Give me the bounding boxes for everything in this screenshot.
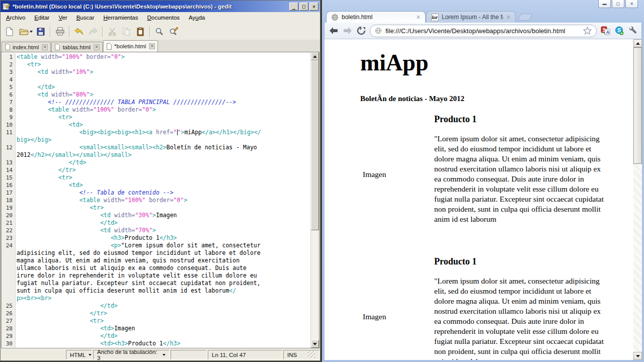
code-rows[interactable]: 1<table width="100%" border="0">2 <tr>3 … [2,52,310,348]
code-line[interactable]: 18 <table width="100%" border="0"> [2,197,310,204]
reload-button[interactable] [357,26,366,35]
tab-width-dropdown[interactable]: Ancho de la tabulación: 3 [93,350,170,359]
menu-ayuda[interactable]: Ayuda [184,13,209,22]
code-line[interactable]: 19 <tr> [2,204,310,212]
page-scrollbar[interactable] [633,39,642,360]
scroll-down-icon[interactable] [311,340,319,348]
code-line[interactable]: 13 </td> [2,159,310,166]
code-line[interactable]: 30 <td><h3>Producto 1</h3> [2,340,310,347]
menu-archivo[interactable]: Archivo [2,13,30,22]
code-line[interactable]: irure dolor in reprehenderit in voluptat… [2,272,310,280]
code-line[interactable]: 28 <td>Imagen [2,325,310,332]
code-line[interactable]: 27 <tr> [2,317,310,325]
redo-button[interactable] [87,25,100,38]
code-line[interactable]: 8 <table width="100%" border="0"> [2,106,310,114]
code-line[interactable]: 24 <p>"Lorem ipsum dolor sit amet, conse… [2,242,310,249]
menu-editar[interactable]: Editar [30,13,54,22]
paste-button[interactable] [134,25,147,38]
new-document-button[interactable] [3,25,16,38]
doc-tab-tablas[interactable]: tablas.html ✕ [51,42,103,52]
gedit-maximize-button[interactable]: □ [299,3,308,11]
code-line[interactable]: 17 <!-- Tabla de contenido --> [2,189,310,197]
code-line[interactable]: 2 <tr> [2,61,310,68]
doc-tab-index[interactable]: index.html ✕ [2,42,51,52]
code-line[interactable]: 4 [2,76,310,83]
code-line[interactable]: 1<table width="100%" border="0"> [2,53,310,61]
code-line[interactable]: 29 </td> [2,332,310,340]
code-line[interactable]: p><br><br> [2,295,310,302]
browser-tab-lorem-ipsum[interactable]: lor Lorem Ipsum - All the facts - Li ✕ [426,11,516,23]
code-line[interactable]: 3 <td width="10%"> [2,68,310,76]
code-line[interactable]: 21 </td> [2,219,310,227]
wrench-menu-icon[interactable] [628,26,637,35]
language-mode-dropdown[interactable]: HTML [66,350,92,359]
code-line[interactable]: 2012</h2></small></small></small> [2,151,310,159]
code-line[interactable]: 14 </tr> [2,166,310,174]
code-line[interactable]: 23 <h3>Producto 1</h3> [2,234,310,242]
find-replace-button[interactable] [167,25,180,38]
rendered-page[interactable]: miApp BoletÃn de noticias - Mayo 2012 Im… [325,39,633,360]
translate-extension-icon[interactable]: 文A [601,26,610,35]
gedit-editor[interactable]: 1<table width="100%" border="0">2 <tr>3 … [1,52,319,348]
code-line[interactable]: 26 </tr> [2,310,310,317]
open-button[interactable] [17,25,30,38]
menu-documentos[interactable]: Documentos [143,13,185,22]
menu-herramientas[interactable]: Herramientas [99,13,142,22]
menu-ver[interactable]: Ver [54,13,71,22]
code-line[interactable]: fugiat nulla pariatur. Excepteur sint oc… [2,280,310,287]
address-bar[interactable]: file:///C:/Users/Vicente/Desktop/webapps… [370,25,597,37]
skype-extension-icon[interactable]: S+ [614,26,624,35]
code-line[interactable]: 9 <tr> [2,114,310,121]
code-line[interactable]: big></big> [2,136,310,144]
chrome-close-button[interactable]: ✕ [625,0,638,8]
cut-button[interactable] [106,25,119,38]
undo-button[interactable] [72,25,86,38]
print-button[interactable] [53,25,66,38]
gedit-minimize-button[interactable]: _ [289,3,298,11]
code-line[interactable]: 15 <tr> [2,174,310,182]
code-line[interactable]: 22 <td width="70%"> [2,227,310,234]
copy-button[interactable] [120,25,133,38]
code-line[interactable]: 7 <!-- ////////////// TABLA PRINCIPAL //… [2,99,310,106]
scrollbar-thumb[interactable] [633,47,642,164]
code-line[interactable]: 20 <td width="30%">Imagen [2,212,310,219]
code-line[interactable]: 25 </td> [2,302,310,310]
tab-close-icon[interactable]: ✕ [94,44,100,50]
open-dropdown-icon[interactable] [30,31,33,33]
scroll-up-icon[interactable] [633,39,642,47]
bookmark-star-icon[interactable] [583,27,592,35]
doc-tab-boletin[interactable]: *boletin.html ✕ [103,40,158,52]
tab-close-icon[interactable]: ✕ [149,43,155,49]
find-button[interactable] [153,25,166,38]
save-button[interactable] [34,25,47,38]
scroll-down-icon[interactable] [633,352,642,360]
chrome-minimize-button[interactable]: ▬ [598,0,611,8]
menu-buscar[interactable]: Buscar [72,13,99,22]
url-text[interactable]: file:///C:/Users/Vicente/Desktop/webapps… [385,27,580,35]
chrome-titlebar[interactable]: ▬ ▢ ✕ boletin.html ✕ lor Lorem Ipsum - A… [322,0,644,23]
chrome-maximize-button[interactable]: ▢ [612,0,624,8]
scrollbar-thumb[interactable] [311,60,319,230]
editor-scrollbar[interactable] [310,52,319,348]
code-line[interactable]: 12 <small><small><small><h2>Boletín de n… [2,144,310,151]
scroll-up-icon[interactable] [311,52,319,60]
forward-button[interactable] [343,27,353,35]
code-line[interactable]: 10 <td> [2,121,310,129]
tab-close-icon[interactable]: ✕ [506,14,511,21]
back-button[interactable] [329,27,339,35]
code-line[interactable]: 6 <td width="80%"> [2,91,310,99]
code-line[interactable]: magna aliqua. Ut enim ad minim veniam, q… [2,257,310,264]
browser-tab-boletin[interactable]: boletin.html ✕ [326,11,426,23]
tab-close-icon[interactable]: ✕ [42,44,48,50]
code-line[interactable]: 16 <td> [2,182,310,189]
code-line[interactable]: sunt in culpa qui officia deserunt molli… [2,287,310,295]
code-line[interactable]: ullamco laboris nisi ut aliquip ex ea co… [2,264,310,272]
code-line[interactable]: 11 <big><big><big><h1><a href="">miApp</… [2,129,310,136]
resize-grip[interactable] [308,351,315,358]
new-tab-button[interactable] [518,14,533,21]
code-line[interactable]: 5 </td> [2,83,310,91]
gedit-close-button[interactable]: ✕ [309,3,318,11]
gedit-titlebar[interactable]: *boletin.html (Disco local (C:) \Users\V… [1,1,320,12]
tab-close-icon[interactable]: ✕ [416,14,421,21]
code-line[interactable]: adipisicing elit, sed do eiusmod tempor … [2,249,310,257]
